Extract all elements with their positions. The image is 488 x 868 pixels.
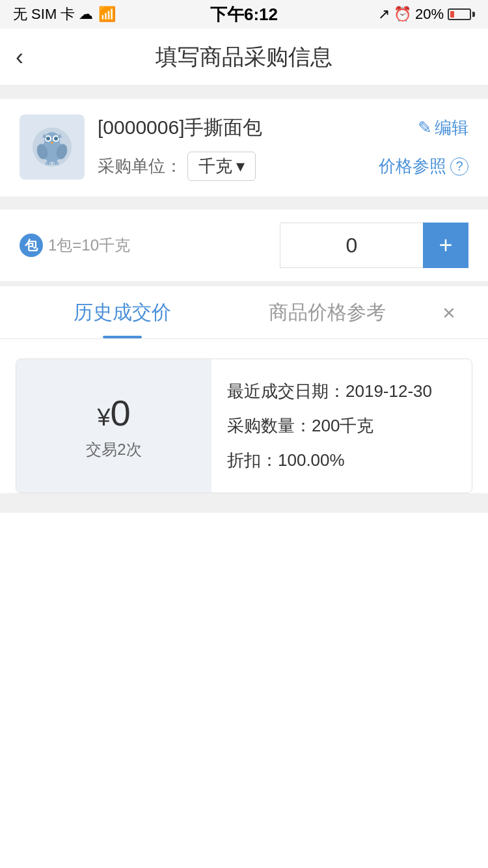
price-left-panel: ¥0 交易2次: [16, 359, 211, 493]
price-detail-qty: 采购数量：200千克: [227, 413, 456, 439]
product-logo: [29, 124, 75, 170]
unit-desc: 1包=10千克: [48, 235, 130, 256]
currency-symbol: ¥: [97, 404, 110, 431]
status-right: ↗ ⏰ 20%: [378, 6, 475, 23]
date-label: 最近成交日期：: [227, 381, 346, 401]
tab-section: 历史成交价 商品价格参考 × ¥0 交易2次 最近成交日期：2019-12-30…: [0, 286, 488, 493]
tab-history-price[interactable]: 历史成交价: [20, 286, 224, 338]
tab-product-price-ref[interactable]: 商品价格参考: [224, 286, 429, 338]
date-value: 2019-12-30: [346, 381, 432, 401]
status-left: 无 SIM 卡 ☁ 📶: [13, 5, 116, 24]
price-card: ¥0 交易2次 最近成交日期：2019-12-30 采购数量：200千克 折扣：…: [16, 359, 472, 493]
price-detail-date: 最近成交日期：2019-12-30: [227, 379, 456, 404]
qty-value: 200千克: [312, 416, 373, 435]
page-title: 填写商品采购信息: [156, 42, 332, 72]
back-button[interactable]: ‹: [16, 44, 23, 71]
edit-icon: ✎: [418, 118, 432, 138]
dropdown-arrow-icon: ▾: [236, 156, 245, 176]
battery-percent: 20%: [415, 6, 444, 23]
unit-info: 包 1包=10千克: [20, 234, 130, 257]
edit-button[interactable]: ✎ 编辑: [418, 116, 468, 139]
wifi-icon: 📶: [98, 6, 116, 23]
price-detail-discount: 折扣：100.00%: [227, 448, 456, 473]
svg-point-6: [54, 137, 58, 141]
quantity-input-group: +: [280, 223, 468, 268]
discount-label: 折扣：: [227, 450, 278, 470]
content-area: [0, 513, 488, 868]
status-time: 下午6:12: [210, 3, 278, 26]
quantity-input[interactable]: [280, 223, 423, 268]
battery-icon: [448, 8, 475, 20]
product-image: [20, 115, 85, 180]
unit-tag: 包: [20, 234, 43, 257]
product-card: [0000006]手撕面包 ✎ 编辑 采购单位： 千克 ▾ 价格参照 ?: [0, 99, 488, 197]
price-amount: ¥0: [97, 392, 130, 434]
qty-label: 采购数量：: [227, 416, 312, 435]
product-info: [0000006]手撕面包 ✎ 编辑 采购单位： 千克 ▾ 价格参照 ?: [98, 115, 468, 181]
quantity-row: 包 1包=10千克 +: [0, 210, 488, 281]
unit-select[interactable]: 千克 ▾: [187, 152, 256, 181]
location-icon: ↗: [378, 6, 390, 23]
quantity-plus-button[interactable]: +: [423, 223, 468, 268]
discount-value: 100.00%: [278, 450, 345, 470]
tab-close-button[interactable]: ×: [429, 293, 468, 332]
svg-point-5: [46, 137, 50, 141]
edit-label: 编辑: [435, 116, 468, 139]
price-reference-button[interactable]: 价格参照 ?: [379, 155, 468, 178]
sim-label: 无 SIM 卡 ☁: [13, 5, 93, 24]
unit-label: 采购单位： 千克 ▾: [98, 152, 256, 181]
status-bar: 无 SIM 卡 ☁ 📶 下午6:12 ↗ ⏰ 20%: [0, 0, 488, 29]
price-ref-help-icon: ?: [450, 157, 468, 176]
tab-bar: 历史成交价 商品价格参考 ×: [0, 286, 488, 339]
trade-count: 交易2次: [86, 439, 141, 460]
nav-bar: ‹ 填写商品采购信息: [0, 29, 488, 86]
section-divider: [0, 197, 488, 210]
product-name: [0000006]手撕面包: [98, 115, 262, 141]
alarm-icon: ⏰: [394, 6, 411, 23]
price-right-panel: 最近成交日期：2019-12-30 采购数量：200千克 折扣：100.00%: [211, 359, 472, 493]
